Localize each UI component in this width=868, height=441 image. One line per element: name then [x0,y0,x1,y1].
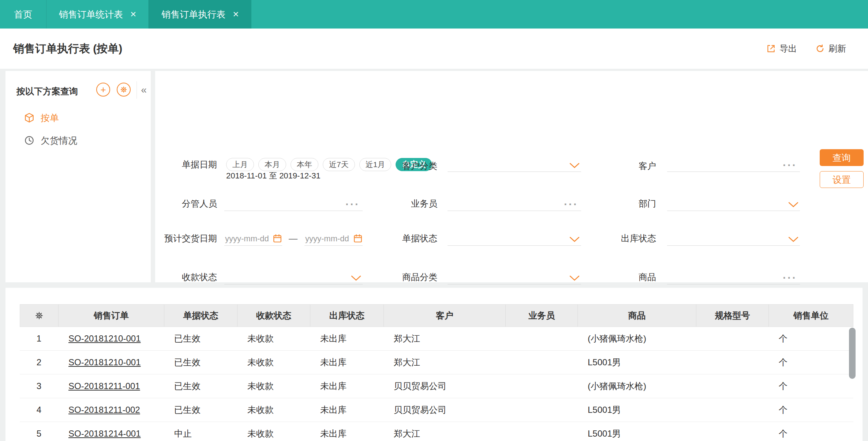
cell-outbound: 未出库 [310,351,384,374]
cell-product: L5001男 [577,422,696,441]
cell-doc_status: 已生效 [164,398,237,422]
date-preset-pill[interactable]: 上月 [226,158,254,171]
customer-category-label: 客户分类 [357,160,437,172]
tab-sales-order-execution[interactable]: 销售订单执行表 × [149,0,251,29]
outbound-status-label: 出库状态 [576,233,656,244]
order-link[interactable]: SO-20181214-001 [68,429,141,439]
table-header-row: 销售订单 单据状态 收款状态 出库状态 客户 业务员 商品 规格型号 销售单位 [20,304,853,327]
gear-icon [120,86,128,94]
cell-doc_status: 已生效 [164,351,237,374]
date-range-separator: — [285,233,301,244]
query-scheme-sidebar: 按以下方案查询 + « 按单 欠货情况 [5,71,151,282]
cell-salesman [505,327,577,350]
refresh-button[interactable]: 刷新 [815,43,846,54]
product-category-select[interactable] [448,267,581,284]
department-select[interactable] [667,193,800,211]
table-row[interactable]: 2SO-20181210-001已生效未收款未出库郑大江L5001男个 [20,351,853,374]
payment-status-select[interactable] [224,267,363,284]
cell-product: L5001男 [577,351,696,374]
doc-status-label: 单据状态 [357,233,437,244]
date-start-input[interactable] [224,234,273,244]
order-link[interactable]: SO-20181211-001 [68,381,140,391]
cell-product: L5001男 [577,398,696,422]
date-end-input[interactable] [304,234,353,244]
cell-outbound: 未出库 [310,422,384,441]
tab-sales-order-stats[interactable]: 销售订单统计表 × [46,0,149,29]
ellipsis-icon: ··· [783,160,797,171]
manager-select[interactable]: ··· [224,193,363,211]
delivery-date-start[interactable] [224,228,282,246]
cell-order: SO-20181211-002 [58,398,164,422]
refresh-label: 刷新 [828,43,846,54]
results-table-panel: 销售订单 单据状态 收款状态 出库状态 客户 业务员 商品 规格型号 销售单位 … [5,288,863,441]
cell-outbound: 未出库 [310,398,384,422]
cell-no: 3 [20,374,58,398]
cell-payment: 未收款 [237,374,310,398]
tab-home-label: 首页 [14,8,32,20]
cell-spec [696,422,768,441]
cell-payment: 未收款 [237,351,310,374]
top-tab-bar: 首页 销售订单统计表 × 销售订单执行表 × [0,0,868,29]
add-scheme-button[interactable]: + [96,83,110,97]
export-label: 导出 [779,43,797,54]
table-row[interactable]: 5SO-20181214-001中止未收款未出库郑大江L5001男个 [20,422,853,441]
date-preset-pill[interactable]: 本年 [291,158,318,171]
table-column-settings-button[interactable] [20,305,59,327]
table-scrollbar[interactable] [849,327,856,437]
scheme-settings-button[interactable] [117,83,131,97]
cube-icon [24,112,35,123]
table-row[interactable]: 3SO-20181211-001已生效未收款未出库贝贝贸易公司(小猪佩琦水枪)个 [20,374,853,398]
product-select[interactable]: ··· [667,267,800,284]
delivery-date-end[interactable] [304,228,363,246]
salesman-select[interactable]: ··· [448,193,581,211]
page-title: 销售订单执行表 (按单) [13,29,122,69]
salesman-label: 业务员 [357,198,437,210]
cell-spec [696,327,768,350]
cell-customer: 郑大江 [384,351,505,374]
customer-select[interactable]: ··· [667,154,800,172]
chevron-down-icon [788,237,798,242]
order-link[interactable]: SO-20181210-001 [68,357,141,368]
table-row[interactable]: 1SO-20181210-001已生效未收款未出库郑大江(小猪佩琦水枪)个 [20,327,853,351]
cell-salesman [505,422,577,441]
order-link[interactable]: SO-20181211-002 [68,405,140,415]
cell-order: SO-20181210-001 [58,351,164,374]
settings-button-label: 设置 [833,174,851,186]
cell-unit: 个 [768,351,853,374]
sidebar-item-by-order[interactable]: 按单 [24,110,59,126]
scrollbar-thumb[interactable] [849,328,856,379]
outbound-status-select[interactable] [667,228,800,246]
cell-unit: 个 [768,398,853,422]
chevron-down-icon [788,202,798,208]
cell-product: (小猪佩琦水枪) [577,327,696,350]
settings-button[interactable]: 设置 [820,171,864,188]
close-icon[interactable]: × [233,9,239,19]
cell-payment: 未收款 [237,398,310,422]
cell-customer: 郑大江 [384,422,505,441]
cell-outbound: 未出库 [310,327,384,350]
sidebar-title: 按以下方案查询 [16,86,78,97]
cell-customer: 郑大江 [384,327,505,350]
filter-panel: 单据日期 上月本月本年近7天近1月 自定义 2018-11-01 至 2019-… [155,71,868,282]
date-preset-pill[interactable]: 近7天 [323,158,355,171]
table-row[interactable]: 4SO-20181211-002已生效未收款未出库贝贝贸易公司L5001男个 [20,398,853,422]
tab-home[interactable]: 首页 [0,0,46,29]
query-button[interactable]: 查询 [820,149,864,166]
cell-order: SO-20181214-001 [58,422,164,441]
sidebar-item-backorder[interactable]: 欠货情况 [24,132,77,148]
query-button-label: 查询 [833,152,851,164]
close-icon[interactable]: × [130,9,136,19]
cell-customer: 贝贝贸易公司 [384,398,505,422]
cell-product: (小猪佩琦水枪) [577,374,696,398]
clock-icon [24,135,35,146]
doc-status-select[interactable] [448,228,581,246]
order-link[interactable]: SO-20181210-001 [68,333,141,344]
column-header-sales-order: 销售订单 [59,305,164,327]
customer-category-select[interactable] [448,154,581,172]
sidebar-collapse-button[interactable]: « [136,81,151,99]
ellipsis-icon: ··· [783,272,797,283]
expected-delivery-label: 预计交货日期 [155,233,217,244]
date-preset-pill[interactable]: 本月 [258,158,286,171]
export-button[interactable]: 导出 [766,43,797,54]
cell-spec [696,351,768,374]
